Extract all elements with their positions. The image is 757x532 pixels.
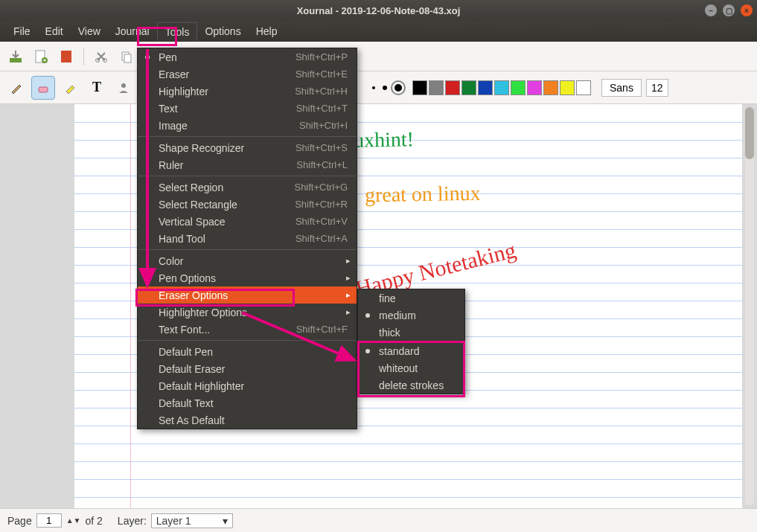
main-toolbar xyxy=(0,42,757,71)
scroll-thumb[interactable] xyxy=(745,107,754,159)
svg-rect-8 xyxy=(39,87,48,92)
image-tool[interactable] xyxy=(112,76,135,100)
menu-item-select-rectangle[interactable]: Select RectangleShift+Ctrl+R xyxy=(138,196,357,213)
cut-button[interactable] xyxy=(90,45,112,68)
color-swatch[interactable] xyxy=(478,80,493,95)
svg-rect-7 xyxy=(124,54,131,63)
menu-tools[interactable]: Tools xyxy=(157,22,198,41)
margin-line xyxy=(130,104,131,508)
tool-toolbar: T Sans 12 xyxy=(0,71,757,104)
highlighter-icon xyxy=(63,81,77,94)
maximize-button[interactable]: ▢ xyxy=(723,4,735,16)
layer-select[interactable]: Layer 1▾ xyxy=(151,513,233,528)
menu-item-text[interactable]: TextShift+Ctrl+T xyxy=(138,100,357,117)
eraser-options-submenu: finemediumthickstandardwhiteoutdelete st… xyxy=(357,289,465,394)
page-of-label: of 2 xyxy=(86,515,103,527)
menu-item-default-text[interactable]: Default Text xyxy=(138,394,357,411)
pen-tool[interactable] xyxy=(4,76,28,100)
menu-item-pen[interactable]: PenShift+Ctrl+P xyxy=(138,48,357,65)
minimize-button[interactable]: – xyxy=(705,4,717,16)
menu-item-highlighter-options[interactable]: Highlighter Options xyxy=(138,304,357,321)
page-red-icon xyxy=(59,49,74,64)
menu-item-pen-options[interactable]: Pen Options xyxy=(138,269,357,286)
person-icon xyxy=(117,81,130,94)
menu-item-eraser[interactable]: EraserShift+Ctrl+E xyxy=(138,65,357,83)
save-button[interactable] xyxy=(4,45,27,68)
font-name-field[interactable]: Sans xyxy=(601,79,642,97)
pen-icon xyxy=(10,81,23,94)
close-button[interactable]: × xyxy=(741,4,753,16)
submenu-item-whiteout[interactable]: whiteout xyxy=(358,359,464,376)
copy-icon xyxy=(120,50,133,63)
menu-item-highlighter[interactable]: HighlighterShift+Ctrl+H xyxy=(138,83,357,100)
menu-item-color[interactable]: Color xyxy=(138,252,357,269)
menu-help[interactable]: Help xyxy=(249,22,285,40)
layer-label: Layer: xyxy=(118,515,147,527)
menu-item-default-pen[interactable]: Default Pen xyxy=(138,343,357,360)
status-bar: Page ▲▼ of 2 Layer: Layer 1▾ xyxy=(0,508,757,532)
color-swatch[interactable] xyxy=(412,80,427,95)
page-number-input[interactable] xyxy=(36,513,62,528)
vertical-scrollbar[interactable] xyxy=(745,107,754,505)
menu-view[interactable]: View xyxy=(71,22,108,40)
text-tool[interactable]: T xyxy=(85,76,109,100)
menu-item-hand-tool[interactable]: Hand ToolShift+Ctrl+A xyxy=(138,230,357,247)
thickness-fine[interactable] xyxy=(372,86,375,89)
eraser-tool[interactable] xyxy=(31,76,55,100)
save-icon xyxy=(8,49,23,64)
menu-item-vertical-space[interactable]: Vertical SpaceShift+Ctrl+V xyxy=(138,213,357,230)
color-swatch[interactable] xyxy=(511,80,526,95)
color-swatch[interactable] xyxy=(429,80,444,95)
svg-point-9 xyxy=(121,83,126,88)
thickness-thick[interactable] xyxy=(395,84,402,92)
title-bar: Xournal - 2019-12-06-Note-08-43.xoj – ▢ … xyxy=(0,0,757,21)
color-swatch[interactable] xyxy=(527,80,542,95)
color-swatch[interactable] xyxy=(576,80,591,95)
color-swatch[interactable] xyxy=(494,80,509,95)
menu-item-select-region[interactable]: Select RegionShift+Ctrl+G xyxy=(138,179,357,196)
menu-item-text-font-[interactable]: Text Font...Shift+Ctrl+F xyxy=(138,321,357,338)
scissors-icon xyxy=(95,50,108,63)
menu-item-default-highlighter[interactable]: Default Highlighter xyxy=(138,377,357,394)
menu-item-set-as-default[interactable]: Set As Default xyxy=(138,411,357,429)
color-palette xyxy=(412,80,591,95)
tools-dropdown: PenShift+Ctrl+PEraserShift+Ctrl+EHighlig… xyxy=(137,48,357,429)
submenu-item-delete-strokes[interactable]: delete strokes xyxy=(358,376,464,394)
color-swatch[interactable] xyxy=(543,80,558,95)
menu-edit[interactable]: Edit xyxy=(38,22,71,40)
color-swatch[interactable] xyxy=(461,80,476,95)
svg-rect-0 xyxy=(10,58,22,63)
page-plus-icon xyxy=(33,49,48,64)
menu-journal[interactable]: Journal xyxy=(108,22,157,40)
menu-item-shape-recognizer[interactable]: Shape RecognizerShift+Ctrl+S xyxy=(138,139,357,156)
page-label: Page xyxy=(7,515,32,527)
submenu-item-thick[interactable]: thick xyxy=(358,324,464,341)
menu-item-default-eraser[interactable]: Default Eraser xyxy=(138,360,357,377)
menu-item-ruler[interactable]: RulerShift+Ctrl+L xyxy=(138,156,357,173)
menu-file[interactable]: File xyxy=(6,22,38,40)
menu-item-eraser-options[interactable]: Eraser Options xyxy=(138,286,357,304)
thickness-medium[interactable] xyxy=(383,86,387,90)
submenu-item-fine[interactable]: fine xyxy=(358,289,464,307)
annotate-button[interactable] xyxy=(55,45,77,68)
color-swatch[interactable] xyxy=(560,80,575,95)
new-page-button[interactable] xyxy=(30,45,52,68)
eraser-icon xyxy=(36,81,50,94)
menu-options[interactable]: Options xyxy=(197,22,248,40)
window-title: Xournal - 2019-12-06-Note-08-43.xoj xyxy=(297,5,461,16)
thickness-group xyxy=(372,84,402,92)
menubar: File Edit View Journal Tools Options Hel… xyxy=(0,21,757,42)
svg-rect-3 xyxy=(61,51,71,63)
color-swatch[interactable] xyxy=(445,80,460,95)
menu-item-image[interactable]: ImageShift+Ctrl+I xyxy=(138,117,357,134)
submenu-item-medium[interactable]: medium xyxy=(358,307,464,324)
font-size-field[interactable]: 12 xyxy=(646,79,668,97)
submenu-item-standard[interactable]: standard xyxy=(358,342,464,359)
copy-button[interactable] xyxy=(115,45,138,68)
highlighter-tool[interactable] xyxy=(58,76,82,100)
